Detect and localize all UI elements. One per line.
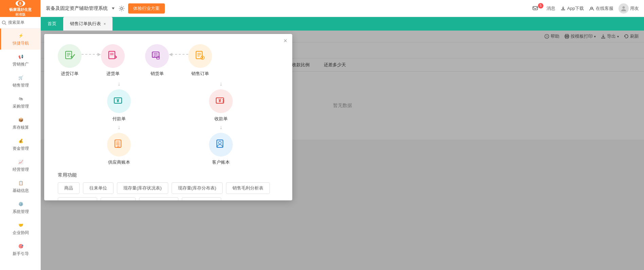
flow-purchase: 进货单: [101, 44, 125, 77]
quick-nav-icon: ⚡: [17, 32, 24, 39]
arrow-down-purchase: ↓: [118, 81, 120, 87]
arrow-down-receipt: ↓: [220, 124, 222, 130]
guide-label: 新手引导: [13, 251, 29, 257]
customer-ledger-label: 客户账本: [212, 159, 230, 165]
sidebar-item-quick-nav[interactable]: ⚡ 快捷导航: [0, 29, 40, 50]
svg-text:账: 账: [117, 145, 120, 148]
message-label: 消息: [546, 5, 555, 12]
arrow-2: ▶: [169, 52, 188, 57]
operation-icon: 📈: [17, 158, 24, 166]
arrow-down-sales: ↓: [220, 81, 222, 87]
main-content: 装备及固定资产辅助管理系统 体验行业方案 5 消息: [41, 0, 644, 270]
purchase-order-circle[interactable]: [58, 44, 82, 68]
avatar-icon: [620, 5, 627, 12]
online-service-btn[interactable]: 在线客服: [589, 5, 613, 12]
finance-icon: 💰: [17, 137, 24, 145]
quick-nav-popup: ×: [44, 34, 292, 200]
svg-rect-24: [109, 51, 115, 59]
message-btn[interactable]: 5 消息: [532, 5, 555, 12]
inventory-label: 库存核算: [13, 125, 29, 130]
sales-label: 销货单: [151, 71, 164, 77]
dropdown-arrow-icon[interactable]: [111, 6, 115, 11]
overlay: ×: [41, 31, 644, 270]
svg-marker-4: [112, 7, 115, 10]
purchase-icon: [106, 50, 119, 62]
tab-close-icon[interactable]: ×: [104, 22, 106, 26]
svg-point-5: [121, 7, 123, 10]
sales-order-label: 销售订单: [191, 71, 209, 77]
sidebar-item-purchase[interactable]: 🛍 采购管理: [0, 92, 40, 113]
logo-svg: 6: [17, 0, 23, 6]
logo-icon: 6: [16, 0, 25, 6]
spacer-middle2: [139, 124, 201, 165]
func-btn-8[interactable]: 付款情况统计: [182, 197, 221, 200]
user-menu[interactable]: 用友: [619, 3, 639, 14]
payment-icon: ¥: [112, 95, 125, 108]
svg-line-3: [5, 23, 6, 25]
search-icon: [2, 20, 6, 25]
flow-sales: 销货单: [145, 44, 169, 77]
func-btn-0[interactable]: 商品: [58, 182, 80, 194]
flow-customer-col: ↓ 客户账本: [201, 124, 241, 165]
supplier-ledger-circle[interactable]: 账: [107, 133, 131, 157]
sidebar-item-marketing[interactable]: 📢 营销推广: [0, 50, 40, 71]
avatar: [619, 3, 629, 14]
receipt-icon: ¥: [214, 95, 227, 108]
tab-home[interactable]: 首页: [41, 17, 63, 31]
customer-ledger-circle[interactable]: [209, 133, 233, 157]
gear-icon[interactable]: [119, 5, 125, 12]
svg-rect-20: [66, 51, 72, 59]
tab-sales-order[interactable]: 销售订单执行表 ×: [63, 17, 112, 31]
search-menu[interactable]: 搜索菜单: [0, 17, 40, 29]
arrow-down-payment: ↓: [118, 124, 120, 130]
func-btn-4[interactable]: 销售毛利分析表: [226, 182, 270, 194]
sales-icon: [151, 50, 163, 62]
basic-info-icon: 📋: [17, 179, 24, 187]
sales-order-circle[interactable]: [188, 44, 212, 68]
sidebar: 6 畅康通好生意 标准版 搜索菜单 ⚡ 快捷导航 📢 营销推广 🛒 销售管理 🛍…: [0, 0, 41, 270]
flow-supplier-col: ↓ 账 供应商账本: [99, 124, 139, 165]
spacer-po2: [58, 124, 99, 165]
marketing-icon: 📢: [17, 53, 24, 60]
spacer-middle: [139, 80, 201, 122]
func-btn-5[interactable]: 商品毛利分析: [58, 197, 97, 200]
purchase-label: 进货单: [106, 71, 120, 77]
sales-circle[interactable]: [145, 44, 169, 68]
purchase-circle[interactable]: [101, 44, 125, 68]
content-area: ? 帮助 按模板打印 ▾ 导出 ▾: [41, 31, 644, 270]
flow-payment-col: ↓ ¥ 付款单: [99, 80, 139, 122]
common-title: 常用功能: [58, 172, 279, 178]
func-btn-2[interactable]: 现存量(库存状况表): [117, 182, 168, 194]
sidebar-item-operation[interactable]: 📈 经营管理: [0, 155, 40, 176]
func-btn-7[interactable]: 收款情况统计: [139, 197, 178, 200]
inventory-icon: 📦: [17, 116, 24, 124]
sidebar-item-enterprise[interactable]: 🤝 企业协同: [0, 218, 40, 239]
func-buttons: 商品往来单位现存量(库存状况表)现存量(库存分布表)销售毛利分析表商品毛利分析销…: [58, 182, 279, 200]
func-btn-6[interactable]: 销售排行榜: [101, 197, 136, 200]
sidebar-item-guide[interactable]: 🎯 新手引导: [0, 239, 40, 260]
supplier-ledger-icon: 账: [112, 138, 125, 151]
receipt-label: 收款单: [214, 116, 228, 122]
flow-sales-order: 销售订单: [188, 44, 212, 77]
payment-circle[interactable]: ¥: [107, 89, 131, 113]
common-functions: 常用功能 商品往来单位现存量(库存状况表)现存量(库存分布表)销售毛利分析表商品…: [58, 172, 279, 200]
func-btn-3[interactable]: 现存量(库存分布表): [172, 182, 223, 194]
svg-rect-32: [196, 51, 202, 59]
sidebar-item-inventory[interactable]: 📦 库存核算: [0, 113, 40, 134]
app-logo: 6 畅康通好生意 标准版: [0, 0, 40, 17]
experience-btn[interactable]: 体验行业方案: [128, 3, 165, 14]
popup-close-btn[interactable]: ×: [283, 37, 287, 44]
sidebar-item-sales[interactable]: 🛒 销售管理: [0, 71, 40, 92]
popup-content: 进货订单 ▶: [44, 34, 292, 200]
receipt-circle[interactable]: ¥: [209, 89, 233, 113]
sales-label: 销售管理: [13, 83, 29, 88]
svg-rect-7: [561, 10, 565, 10]
system-name: 装备及固定资产辅助管理系统: [46, 5, 108, 12]
message-icon: [532, 5, 538, 12]
func-btn-1[interactable]: 往来单位: [83, 182, 114, 194]
sidebar-item-basic-info[interactable]: 📋 基础信息: [0, 176, 40, 197]
topbar-right: 5 消息 App下载 在线客服: [532, 3, 639, 14]
sidebar-item-finance[interactable]: 💰 资金管理: [0, 134, 40, 155]
sidebar-item-system[interactable]: ⚙️ 系统管理: [0, 197, 40, 218]
app-download-btn[interactable]: App下载: [560, 5, 584, 12]
